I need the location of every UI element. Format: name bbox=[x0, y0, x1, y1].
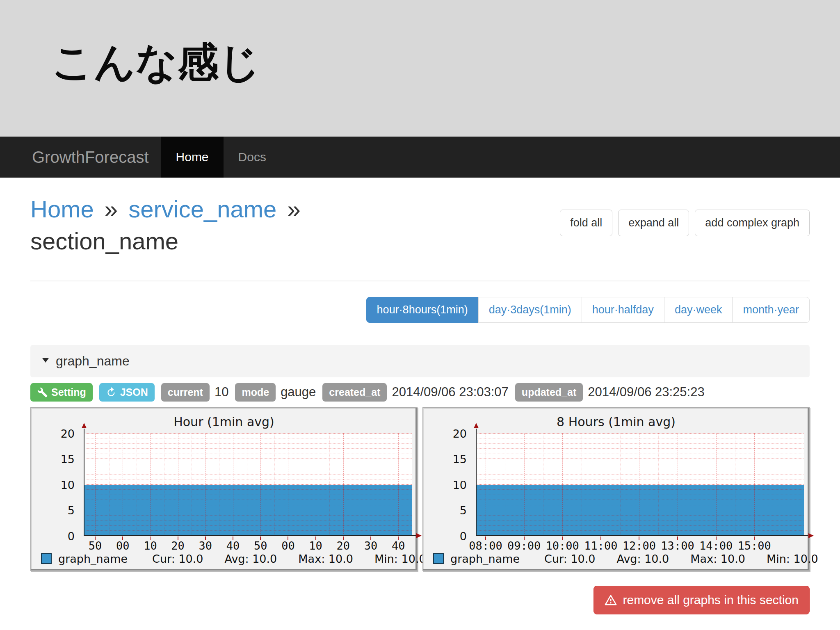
x-tick-mark bbox=[370, 536, 371, 540]
gridline-v bbox=[678, 434, 678, 536]
legend-stat: Min: 10.0 bbox=[374, 552, 426, 565]
legend-stat: Avg: 10.0 bbox=[225, 552, 277, 565]
axis-arrow-right-icon bbox=[808, 533, 814, 538]
breadcrumb-service-link[interactable]: service_name bbox=[128, 196, 276, 222]
refresh-icon bbox=[106, 387, 116, 397]
gridline-v bbox=[716, 434, 717, 536]
value-current: 10 bbox=[215, 385, 228, 399]
y-axis-labels: 05101520 bbox=[31, 434, 77, 536]
fold-all-button[interactable]: fold all bbox=[560, 210, 612, 236]
gridline-h bbox=[84, 459, 412, 459]
remove-all-graphs-button[interactable]: remove all graphs in this section bbox=[593, 586, 810, 614]
graph-title: 8 Hours (1min avg) bbox=[423, 415, 809, 429]
legend-stat: Cur: 10.0 bbox=[152, 552, 203, 565]
gridline-h bbox=[84, 520, 412, 520]
gridline-v bbox=[754, 434, 755, 536]
gridline-v bbox=[288, 434, 288, 536]
x-tick-label: 20 bbox=[171, 539, 185, 552]
gridline-v bbox=[260, 434, 261, 536]
gridline-v-minor bbox=[658, 434, 659, 536]
danger-row: remove all graphs in this section bbox=[30, 586, 810, 614]
gridline-v bbox=[316, 434, 316, 536]
gridline-h bbox=[84, 454, 412, 454]
gridline-v-minor bbox=[329, 434, 330, 536]
gridline-v bbox=[205, 434, 206, 536]
gridline-v-minor bbox=[247, 434, 247, 536]
y-tick-label: 5 bbox=[460, 505, 467, 516]
tab-day-week[interactable]: day·week bbox=[664, 297, 733, 323]
breadcrumb-home-link[interactable]: Home bbox=[30, 196, 94, 222]
badge-mode: mode bbox=[235, 383, 276, 402]
y-tick-label: 0 bbox=[68, 530, 75, 541]
gridline-v-minor bbox=[137, 434, 137, 536]
badge-updated-at: updated_at bbox=[515, 383, 583, 402]
y-axis-labels: 05101520 bbox=[423, 434, 469, 536]
y-tick-label: 5 bbox=[68, 505, 75, 516]
x-tick-mark bbox=[95, 536, 96, 540]
gridline-v-minor bbox=[505, 434, 505, 536]
breadcrumb-separator: » bbox=[283, 196, 304, 222]
x-tick-label: 50 bbox=[89, 539, 102, 552]
y-tick-label: 15 bbox=[61, 454, 75, 465]
legend-name: graph_name bbox=[58, 552, 128, 565]
x-tick-mark bbox=[260, 536, 261, 540]
gridline-v-minor bbox=[219, 434, 219, 536]
gridline-h bbox=[84, 515, 412, 516]
chevron-down-icon bbox=[41, 358, 50, 364]
x-tick-label: 10 bbox=[309, 539, 322, 552]
legend-stat: Min: 10.0 bbox=[767, 552, 818, 565]
expand-all-button[interactable]: expand all bbox=[618, 210, 689, 236]
gridline-v-minor bbox=[302, 434, 302, 536]
plot-area bbox=[476, 434, 804, 536]
graph-legend: graph_name Cur: 10.0Avg: 10.0Max: 10.0Mi… bbox=[41, 552, 410, 565]
header-divider bbox=[30, 281, 810, 281]
y-tick-label: 0 bbox=[460, 530, 467, 541]
gridline-v-minor bbox=[582, 434, 582, 536]
value-mode: gauge bbox=[281, 385, 316, 399]
tab-hour-8hours[interactable]: hour·8hours(1min) bbox=[366, 297, 479, 323]
x-tick-mark bbox=[562, 536, 563, 540]
tab-hour-halfday[interactable]: hour·halfday bbox=[582, 297, 664, 323]
graph-panels: Hour (1min avg) 05101520 500010203040500… bbox=[30, 407, 810, 571]
nav-item-docs[interactable]: Docs bbox=[224, 137, 281, 178]
x-tick-label: 10 bbox=[144, 539, 157, 552]
gridline-v bbox=[343, 434, 344, 536]
x-tick-label: 20 bbox=[337, 539, 350, 552]
x-tick-mark bbox=[524, 536, 525, 540]
y-tick-label: 15 bbox=[453, 454, 467, 465]
navbar-brand[interactable]: GrowthForecast bbox=[0, 137, 161, 178]
legend-stats: Cur: 10.0Avg: 10.0Max: 10.0Min: 10.0 bbox=[152, 552, 426, 565]
x-tick-label: 08:00 bbox=[469, 539, 502, 552]
axis-arrow-up-icon bbox=[474, 423, 479, 428]
x-tick-mark bbox=[288, 536, 288, 540]
toolbar: fold all expand all add complex graph bbox=[560, 210, 810, 236]
section-title: graph_name bbox=[56, 354, 130, 369]
graph-title: Hour (1min avg) bbox=[31, 415, 417, 429]
gridline-v-minor bbox=[274, 434, 275, 536]
y-tick-label: 20 bbox=[61, 428, 75, 439]
gridline-v-minor bbox=[620, 434, 621, 536]
gridline-v bbox=[123, 434, 123, 536]
setting-button[interactable]: Setting bbox=[30, 383, 93, 402]
x-tick-mark bbox=[716, 536, 717, 540]
y-axis-line bbox=[84, 429, 84, 536]
badge-current: current bbox=[161, 383, 210, 402]
x-tick-mark bbox=[677, 536, 678, 540]
gridline-v bbox=[233, 434, 233, 536]
x-tick-mark bbox=[178, 536, 178, 540]
breadcrumb-separator: » bbox=[100, 196, 122, 222]
add-complex-graph-button[interactable]: add complex graph bbox=[695, 210, 810, 236]
plot-area bbox=[84, 434, 412, 536]
x-tick-label: 40 bbox=[226, 539, 240, 552]
gridline-h bbox=[84, 438, 412, 438]
nav-item-home[interactable]: Home bbox=[161, 137, 224, 178]
tab-month-year[interactable]: month·year bbox=[732, 297, 810, 323]
section-header-toggle[interactable]: graph_name bbox=[30, 345, 810, 377]
gridline-v bbox=[486, 434, 486, 536]
tab-day-3days[interactable]: day·3days(1min) bbox=[478, 297, 582, 323]
json-button[interactable]: JSON bbox=[99, 383, 155, 402]
x-tick-mark bbox=[639, 536, 639, 540]
gridline-v-minor bbox=[357, 434, 357, 536]
x-tick-mark bbox=[150, 536, 151, 540]
x-axis-labels: 500010203040500010203040 bbox=[84, 539, 412, 554]
